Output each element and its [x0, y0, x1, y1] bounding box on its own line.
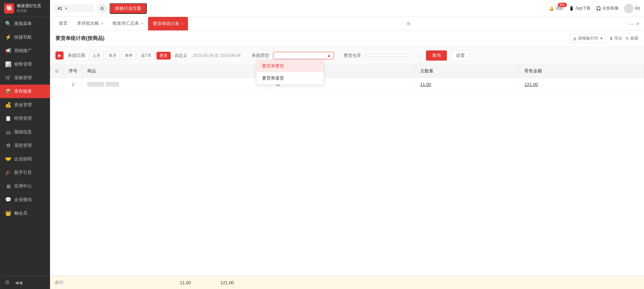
topbar-gear-button[interactable]: ⚙ [97, 4, 107, 13]
page-content: 要货单统计表(按商品) 🖨 按模板打印 ▼ ⬇ 导出 ↻ 刷新 ▶ [50, 30, 644, 289]
close-icon[interactable]: × [181, 22, 183, 26]
export-button[interactable]: ⬇ 导出 [610, 36, 622, 41]
app-subtitle: 标准版 [17, 8, 41, 13]
sales-icon: 📊 [5, 61, 11, 68]
date-more-btn[interactable]: 更多 [157, 52, 171, 60]
messages-button[interactable]: 🔔 消息 99+ [549, 5, 564, 11]
type-chevron-up-icon[interactable]: ▲ [327, 53, 331, 58]
date-this-month-btn[interactable]: 本月 [105, 52, 120, 60]
user-avatar-button[interactable]: Rit [624, 4, 640, 13]
tab-shipment-summary[interactable]: 收发存汇总表 × [108, 17, 148, 30]
date-7days-btn[interactable]: 近7天 [138, 52, 154, 60]
sidebar-item-search[interactable]: 🔍 搜索菜单 [0, 17, 50, 30]
refresh-icon: ↻ [626, 36, 629, 41]
sidebar-item-finance[interactable]: 💰 资金管理 [0, 98, 50, 112]
template-print-button[interactable]: 🖨 按模板打印 ▼ [570, 34, 606, 43]
operations-icon: 📋 [5, 115, 11, 122]
tab-home[interactable]: 首页 [54, 17, 72, 30]
date-range-display: 2023-05-06 至 2023-06-06 [193, 53, 241, 59]
basic-icon: 🗂 [5, 129, 11, 135]
template-print-label: 按模板打印 [578, 36, 598, 41]
sidebar-nav: 🔍 搜索菜单 ⚡ 快捷导航 📢 营销推广 📊 销售管理 🛒 采购管理 📦 库存核… [0, 17, 50, 275]
settings-button[interactable]: 设置 [451, 50, 470, 61]
trial-button[interactable]: 体验行业方案 [110, 3, 147, 14]
tab-shipment-summary-label: 收发存汇总表 [113, 20, 139, 26]
date-this-year-btn[interactable]: 本年 [122, 52, 136, 60]
sidebar-settings-icon[interactable]: ⚙ [5, 279, 9, 286]
headset-icon: 🎧 [596, 6, 601, 11]
sidebar-item-label: 系统管理 [14, 142, 32, 149]
refresh-button[interactable]: ↻ 刷新 [626, 36, 639, 41]
cooperation-icon: 🤝 [5, 156, 11, 162]
sidebar-item-inventory[interactable]: 📦 库存核算 [0, 85, 50, 98]
chevron-down-icon: ▼ [600, 37, 603, 40]
close-icon[interactable]: × [101, 21, 103, 25]
sidebar-item-label: 销售管理 [14, 61, 32, 67]
footer-amount: 121.00 [220, 280, 261, 285]
dropdown-item-requisition-return[interactable]: 要货单退货 [257, 72, 324, 84]
date-last-month-btn[interactable]: 上月 [89, 52, 103, 60]
refresh-label: 刷新 [630, 36, 639, 41]
table-col-seq: 序号 [64, 65, 82, 78]
printer-icon: 🖨 [573, 36, 577, 41]
row-seq: 1 [64, 78, 82, 91]
page-actions: 🖨 按模板打印 ▼ ⬇ 导出 ↻ 刷新 [570, 34, 639, 43]
sidebar-item-appstore[interactable]: 🖥 应用中心 [0, 179, 50, 193]
sidebar-header: 畅 畅捷通好生意 标准版 [0, 0, 50, 17]
finance-icon: 💰 [5, 102, 11, 108]
sidebar-item-system[interactable]: ⚙ 系统管理 [0, 139, 50, 152]
app-title: 畅捷通好生意 [17, 3, 41, 9]
sidebar-item-label: 企业微信 [14, 197, 32, 203]
app-download-button[interactable]: 📱 App下载 [569, 5, 591, 11]
row-quantity[interactable]: 11.00 [415, 78, 520, 91]
tab-inventory-batch[interactable]: 库存批次账 × [72, 17, 108, 30]
guide-icon: 🎓 [5, 169, 11, 176]
sidebar-item-cooperation[interactable]: 🤝 企业协同 [0, 152, 50, 166]
filter-more-icon[interactable]: ··· [418, 53, 422, 58]
company-name: 41 [57, 6, 62, 11]
tabbar-expand-button[interactable]: ⊞ [407, 21, 410, 26]
window-close-icon[interactable]: ✕ [636, 21, 640, 26]
query-button[interactable]: 查询 [426, 50, 447, 61]
sidebar-item-label: 应用中心 [14, 183, 32, 189]
sidebar-item-label: 经营管理 [14, 115, 32, 121]
table-row: 1 块 11.00 121.00 [50, 78, 644, 91]
table-col-product: 商品 [82, 65, 271, 78]
sidebar-item-basic[interactable]: 🗂 基础信息 [0, 125, 50, 139]
dropdown-item-requisition-order[interactable]: 要货单要货 [257, 60, 324, 72]
type-input-field[interactable] [276, 53, 327, 58]
date-filter-label: 单据日期 [68, 52, 85, 59]
sidebar-collapse-icon[interactable]: ◀◀ [15, 280, 22, 285]
sidebar-item-guide[interactable]: 🎓 新手引导 [0, 166, 50, 179]
sidebar-item-sales[interactable]: 📊 销售管理 [0, 58, 50, 71]
tab-requisition-stats[interactable]: 要货单统计表 × [148, 17, 188, 30]
date-custom-btn[interactable]: 自定义 [173, 52, 189, 59]
row-checkbox-cell [50, 78, 64, 91]
sidebar-item-wechat[interactable]: 💬 企业微信 [0, 193, 50, 206]
user-name: Rit [635, 6, 640, 11]
search-icon: 🔍 [5, 20, 11, 27]
company-selector[interactable]: 41 ▼ [54, 4, 95, 12]
filter-expand-button[interactable]: ▶ [55, 51, 64, 60]
sidebar-item-label: 新手引导 [14, 170, 32, 176]
sidebar-item-marketing[interactable]: 📢 营销推广 [0, 44, 50, 58]
online-service-button[interactable]: 🎧 在线客服 [596, 5, 619, 11]
sidebar-item-label: 资金管理 [14, 102, 32, 108]
warehouse-filter-label: 要货仓库 [343, 52, 361, 59]
messages-badge: 99+ [558, 3, 567, 7]
page-header: 要货单统计表(按商品) 🖨 按模板打印 ▼ ⬇ 导出 ↻ 刷新 [50, 30, 644, 47]
sidebar-item-quick-nav[interactable]: ⚡ 快捷导航 [0, 30, 50, 44]
warehouse-filter-input[interactable] [365, 54, 412, 57]
type-filter-input[interactable]: ▲ [273, 52, 334, 59]
export-label: 导出 [614, 36, 622, 41]
table-gear-th[interactable]: ⚙ [50, 65, 64, 78]
type-filter-label: 单据类型 [252, 52, 269, 59]
sidebar-item-purchase[interactable]: 🛒 采购管理 [0, 71, 50, 85]
sidebar-item-label: 库存核算 [14, 88, 32, 94]
window-minimize-icon[interactable]: — [629, 21, 634, 26]
sidebar-item-operations[interactable]: 📋 经营管理 [0, 112, 50, 125]
row-amount[interactable]: 121.00 [520, 78, 644, 91]
sidebar-item-vip[interactable]: 👑 畅会员 [0, 206, 50, 220]
close-icon[interactable]: × [141, 21, 143, 25]
system-icon: ⚙ [5, 142, 11, 149]
